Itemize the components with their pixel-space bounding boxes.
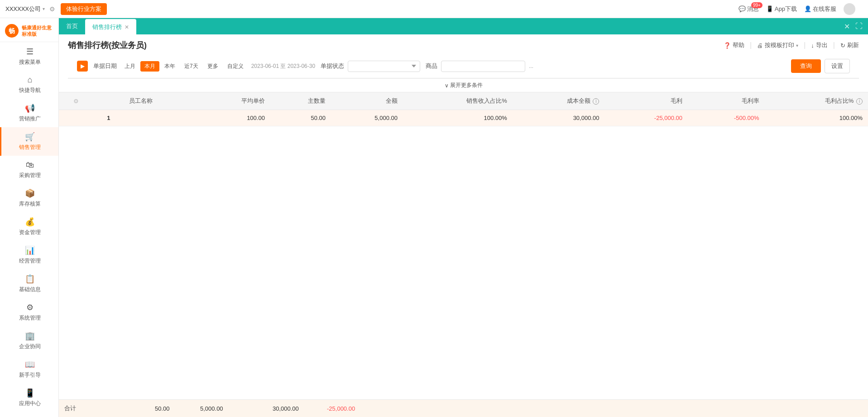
date-range-display: 2023-06-01 至 2023-06-30 [251,62,315,70]
row-avg-price: 100.00 [197,110,270,126]
table-body: 1 100.00 50.00 5,000.00 100.00% 30,000.0… [59,110,868,126]
col-qty: 主数量 [270,92,331,110]
export-button[interactable]: ↓ 导出 [811,41,828,49]
sidebar-item-search[interactable]: ☰ 搜索菜单 [0,42,58,71]
refresh-button[interactable]: ↻ 刷新 [840,41,859,49]
avatar[interactable] [844,3,855,15]
filter-status-section: 单据状态 [321,61,420,72]
service-icon: 👤 [804,5,811,12]
appcenter-icon: 📱 [25,388,35,398]
system-icon: ⚙ [26,302,34,312]
message-button[interactable]: 💬 消息 99+ [739,5,759,13]
print-button[interactable]: 🖨 按模板打印 ▾ [757,41,798,49]
sidebar-item-label: 资金管理 [19,229,41,236]
sidebar-item-quicknav[interactable]: ⌂ 快捷导航 [0,71,58,99]
operations-icon: 📊 [25,245,35,255]
sidebar-item-label: 营销推广 [19,115,41,123]
toolbar-divider-2: | [804,41,806,49]
date-tab-thisyear[interactable]: 本年 [160,61,179,72]
sidebar-item-label: 企业协同 [19,343,41,350]
sidebar-item-label: 采购管理 [19,172,41,179]
expand-more-row: ∨ 展开更多条件 [68,78,859,92]
sidebar-item-finance[interactable]: 💰 资金管理 [0,212,58,241]
sidebar-item-label: 搜索菜单 [19,58,41,66]
sidebar-item-inventory[interactable]: 📦 库存核算 [0,184,58,212]
row-name [124,110,197,126]
sidebar-item-marketing[interactable]: 📢 营销推广 [0,99,58,127]
toolbar-divider-1: | [750,41,752,49]
sidebar: 畅 畅康通好生意 标准版 ☰ 搜索菜单 ⌂ 快捷导航 📢 营销推广 🛒 销售管理… [0,18,59,417]
company-selector[interactable]: XXXXXX公司 ▾ [5,5,45,13]
home-tab-label: 首页 [66,22,78,30]
logo-icon: 畅 [5,24,19,38]
logo-text: 畅康通好生意 标准版 [22,24,52,38]
page-title: 销售排行榜(按业务员) [68,40,147,51]
print-chevron-icon: ▾ [796,43,798,48]
tab-sales-rank[interactable]: 销售排行榜 ✕ [85,19,136,35]
sidebar-item-beginner[interactable]: 📖 新手引导 [0,355,58,383]
table-container: ⚙ 员工名称 平均单价 主数量 全额 销售收入占比% 成本全额 i [59,92,868,399]
print-icon: 🖨 [757,42,763,49]
sidebar-item-system[interactable]: ⚙ 系统管理 [0,298,58,326]
main-layout: 畅 畅康通好生意 标准版 ☰ 搜索菜单 ⌂ 快捷导航 📢 营销推广 🛒 销售管理… [0,18,868,417]
filter-bar: ▶ 单据日期 上月 本月 本年 近7天 更多 自定义 2023-06-01 至 … [68,54,859,78]
sidebar-item-wechat[interactable]: 💬 企业微信 [0,412,58,417]
footer-qty: 50.00 [155,405,200,412]
trial-button[interactable]: 体验行业方案 [61,3,107,15]
message-icon: 💬 [739,5,746,12]
tab-home[interactable]: 首页 [59,18,85,34]
table-footer: 合计 50.00 5,000.00 30,000.00 -25,000.00 [59,399,868,417]
settings-button[interactable]: 设置 [825,59,850,73]
filter-expand-arrow[interactable]: ▶ [77,61,88,72]
tab-bar: 首页 销售排行榜 ✕ ✕ ⛶ [59,18,868,34]
help-button[interactable]: ❓ 帮助 [724,41,744,49]
expand-more-button[interactable]: ∨ 展开更多条件 [445,81,483,89]
filter-date-section: 单据日期 上月 本月 本年 近7天 更多 自定义 2023-06-01 至 20… [93,61,315,72]
sidebar-item-enterprise[interactable]: 🏢 企业协同 [0,326,58,355]
sidebar-item-appcenter[interactable]: 📱 应用中心 [0,383,58,412]
svg-text:畅: 畅 [9,27,15,34]
row-cost: 30,000.00 [513,110,605,126]
sidebar-item-sales[interactable]: 🛒 销售管理 [0,127,58,156]
date-tabs: 上月 本月 本年 近7天 更多 自定义 [120,61,248,72]
row-gross-rate: -500.00% [688,110,765,126]
app-download-button[interactable]: 📱 App下载 [766,5,797,13]
beginner-icon: 📖 [25,359,35,369]
page-header: 销售排行榜(按业务员) ❓ 帮助 | 🖨 按模板打印 ▾ | [59,34,868,92]
sidebar-item-baseinfo[interactable]: 📋 基础信息 [0,269,58,298]
goods-filter-more-icon[interactable]: ... [529,63,533,69]
sidebar-item-label: 销售管理 [19,144,41,151]
date-tab-custom[interactable]: 自定义 [223,61,248,72]
query-button[interactable]: 查询 [791,59,821,73]
date-tab-thismonth[interactable]: 本月 [140,61,159,72]
toolbar-divider-3: | [833,41,835,49]
page-content: 销售排行榜(按业务员) ❓ 帮助 | 🖨 按模板打印 ▾ | [59,34,868,417]
row-amount: 5,000.00 [331,110,403,126]
sidebar-item-purchase[interactable]: 🛍 采购管理 [0,156,58,184]
col-sales-ratio: 销售收入占比% [403,92,513,110]
status-filter-select[interactable] [348,61,420,72]
cost-info-icon[interactable]: i [593,98,599,105]
table-row: 1 100.00 50.00 5,000.00 100.00% 30,000.0… [59,110,868,126]
online-service-button[interactable]: 👤 在线客服 [804,5,836,13]
date-tab-7days[interactable]: 近7天 [180,61,202,72]
row-gear [59,110,94,126]
col-gross-ratio: 毛利占比% i [765,92,868,110]
gross-ratio-info-icon[interactable]: i [856,98,863,105]
date-tab-lastmonth[interactable]: 上月 [120,61,139,72]
data-table: ⚙ 员工名称 平均单价 主数量 全额 销售收入占比% 成本全额 i [59,92,868,126]
sidebar-item-operations[interactable]: 📊 经营管理 [0,241,58,269]
date-tab-more[interactable]: 更多 [203,61,222,72]
tab-maximize-icon[interactable]: ⛶ [855,22,863,30]
col-rank [94,92,124,110]
sidebar-logo: 畅 畅康通好生意 标准版 [0,18,58,42]
tab-close-window-icon[interactable]: ✕ [844,22,850,31]
goods-filter-input[interactable] [441,61,525,72]
sidebar-item-label: 库存核算 [19,200,41,208]
topbar-gear-icon[interactable]: ⚙ [49,5,55,13]
inventory-icon: 📦 [25,188,35,198]
col-avg-price: 平均单价 [197,92,270,110]
column-settings-icon[interactable]: ⚙ [73,98,79,105]
export-icon: ↓ [811,42,814,49]
tab-close-icon[interactable]: ✕ [125,24,129,30]
